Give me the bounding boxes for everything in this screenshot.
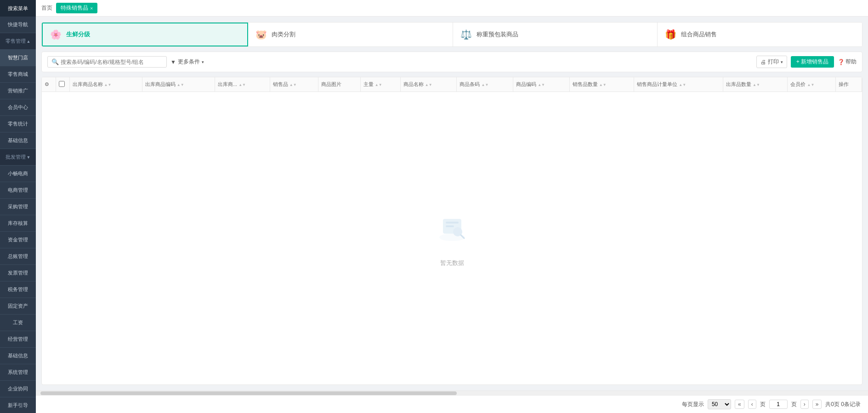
sidebar-item-inventory-check[interactable]: 库存核算 xyxy=(0,215,36,232)
sidebar-item-retail-mgmt[interactable]: 零售管理 ▲ xyxy=(0,33,36,50)
col-goods-img: 商品图片 xyxy=(318,77,360,92)
topbar-active-tab[interactable]: 特殊销售品 × xyxy=(56,3,97,13)
chevron-down-icon: ▾ xyxy=(202,60,204,64)
sort-icon[interactable]: ▲▼ xyxy=(538,83,545,87)
sidebar-item-quick-nav[interactable]: 快捷导航 xyxy=(0,17,36,33)
sidebar-item-ecommerce-mgmt[interactable]: 电商管理 xyxy=(0,182,36,199)
sort-icon[interactable]: ▲▼ xyxy=(177,83,184,87)
tab-meat-division[interactable]: 🐷 肉类分割 xyxy=(248,23,453,46)
col-sale-qty: 销售品数量 ▲▼ xyxy=(569,77,634,92)
col-check[interactable] xyxy=(56,77,69,92)
sidebar-item-sales-promo[interactable]: 营销推广 xyxy=(0,83,36,99)
per-page-label: 每页显示 xyxy=(682,401,704,408)
content-area: 🌸 生鲜分级 🐷 肉类分割 ⚖️ 称重预包装商品 🎁 组合商品销售 🔍 xyxy=(36,17,868,390)
col-goods-code: 商品编码 ▲▼ xyxy=(513,77,570,92)
sort-icon[interactable]: ▲▼ xyxy=(104,83,112,87)
toolbar-right: 🖨 打印 ▾ + 新增销售品 ❓ 帮助 xyxy=(756,56,857,68)
sort-icon[interactable]: ▲▼ xyxy=(482,83,489,87)
next-page-button[interactable]: › xyxy=(800,400,809,409)
total-label: 共0页 0条记录 xyxy=(825,401,861,408)
sort-icon[interactable]: ▲▼ xyxy=(375,83,382,87)
tab-weighed-package[interactable]: ⚖️ 称重预包装商品 xyxy=(453,23,658,46)
sidebar: 搜索菜单 快捷导航 零售管理 ▲ 智慧门店 零售商城 营销推广 会员中心 零售统… xyxy=(0,0,36,413)
col-sale-goods: 销售品 ▲▼ xyxy=(270,77,318,92)
weighed-package-icon: ⚖️ xyxy=(460,29,472,40)
sidebar-item-basic-info[interactable]: 基础信息 xyxy=(0,132,36,149)
new-sale-item-button[interactable]: + 新增销售品 xyxy=(791,56,834,68)
page-input[interactable] xyxy=(769,400,788,409)
first-page-button[interactable]: « xyxy=(735,400,744,409)
sidebar-item-retail-mall[interactable]: 零售商城 xyxy=(0,66,36,83)
sidebar-item-basic-info2[interactable]: 基础信息 xyxy=(0,348,36,364)
sort-icon[interactable]: ▲▼ xyxy=(679,83,686,87)
sidebar-item-ledger-mgmt[interactable]: 总账管理 xyxy=(0,248,36,265)
fresh-grade-icon: 🌸 xyxy=(50,29,62,40)
sidebar-item-smart-store[interactable]: 智慧门店 xyxy=(0,50,36,66)
new-label: + 新增销售品 xyxy=(796,58,828,66)
pagination-bar: 每页显示 50 10 20 100 « ‹ 页 页 › » 共0页 0条记录 xyxy=(36,395,868,413)
col-member-price: 会员价 ▲▼ xyxy=(788,77,836,92)
sidebar-item-member-center[interactable]: 会员中心 xyxy=(0,99,36,116)
col-gear[interactable]: ⚙ xyxy=(42,77,56,92)
per-page-select[interactable]: 50 10 20 100 xyxy=(708,399,731,409)
tab-combo-sales[interactable]: 🎁 组合商品销售 xyxy=(658,23,862,46)
search-icon: 🔍 xyxy=(51,58,59,65)
svg-rect-2 xyxy=(446,222,459,224)
select-all-checkbox[interactable] xyxy=(59,81,65,87)
chevron-down-icon: ▾ xyxy=(781,60,783,64)
sidebar-item-newbie-guide[interactable]: 新手引导 xyxy=(0,397,36,413)
sidebar-item-fixed-assets[interactable]: 固定资产 xyxy=(0,298,36,315)
empty-text: 暂无数据 xyxy=(440,259,464,267)
help-button[interactable]: ❓ 帮助 xyxy=(838,58,857,66)
col-out-goods-spec: 出库商... ▲▼ xyxy=(215,77,270,92)
filter-button[interactable]: ▼ 更多条件 ▾ xyxy=(170,58,204,66)
topbar-home[interactable]: 首页 xyxy=(41,4,52,12)
tab-meat-division-label: 肉类分割 xyxy=(272,30,295,39)
page-label-suffix: 页 xyxy=(791,401,797,408)
sidebar-item-purchase-mgmt[interactable]: 采购管理 xyxy=(0,199,36,215)
prev-page-button[interactable]: ‹ xyxy=(748,400,756,409)
sort-icon[interactable]: ▲▼ xyxy=(425,83,432,87)
empty-state: 暂无数据 xyxy=(42,92,862,384)
sidebar-item-invoice-mgmt[interactable]: 发票管理 xyxy=(0,265,36,281)
sidebar-item-wages[interactable]: 工资 xyxy=(0,315,36,331)
sort-icon[interactable]: ▲▼ xyxy=(289,83,297,87)
sidebar-item-retail-stats[interactable]: 零售统计 xyxy=(0,116,36,132)
toolbar-left: 🔍 ▼ 更多条件 ▾ xyxy=(47,56,204,68)
empty-icon xyxy=(434,210,471,253)
chevron-down-icon: ▼ xyxy=(27,155,31,160)
sidebar-item-wholesale-mgmt[interactable]: 批发管理 ▼ xyxy=(0,149,36,166)
sidebar-item-system-mgmt[interactable]: 系统管理 xyxy=(0,364,36,381)
sort-icon[interactable]: ▲▼ xyxy=(238,83,246,87)
sidebar-logo[interactable]: 搜索菜单 xyxy=(0,0,36,17)
sort-icon[interactable]: ▲▼ xyxy=(807,83,815,87)
horizontal-scrollbar[interactable] xyxy=(36,390,868,395)
sidebar-item-enterprise-coop[interactable]: 企业协同 xyxy=(0,381,36,397)
col-out-goods-code: 出库商品编码 ▲▼ xyxy=(142,77,215,92)
tab-fresh-grade[interactable]: 🌸 生鲜分级 xyxy=(42,23,248,46)
sidebar-item-mini-ecommerce[interactable]: 小畅电商 xyxy=(0,166,36,182)
sort-icon[interactable]: ▲▼ xyxy=(753,83,760,87)
topbar: 首页 特殊销售品 × xyxy=(36,0,868,17)
toolbar: 🔍 ▼ 更多条件 ▾ 🖨 打印 ▾ + 新增销售品 xyxy=(41,52,862,72)
filter-label: 更多条件 xyxy=(178,58,200,66)
sidebar-item-ops-mgmt[interactable]: 经营管理 xyxy=(0,331,36,348)
sidebar-item-tax-mgmt[interactable]: 税务管理 xyxy=(0,281,36,298)
search-input[interactable] xyxy=(61,59,162,65)
tab-combo-sales-label: 组合商品销售 xyxy=(681,30,717,39)
topbar-tab-label: 特殊销售品 xyxy=(61,4,88,12)
col-goods-barcode: 商品条码 ▲▼ xyxy=(457,77,513,92)
print-button[interactable]: 🖨 打印 ▾ xyxy=(756,56,787,68)
last-page-button[interactable]: » xyxy=(812,400,822,409)
search-box[interactable]: 🔍 xyxy=(47,56,167,68)
scrollbar-thumb[interactable] xyxy=(40,391,457,395)
tab-fresh-grade-label: 生鲜分级 xyxy=(66,30,90,39)
filter-icon: ▼ xyxy=(170,59,176,65)
col-goods-name: 商品名称 ▲▼ xyxy=(400,77,457,92)
sidebar-item-finance-mgmt[interactable]: 资金管理 xyxy=(0,232,36,248)
close-icon[interactable]: × xyxy=(90,6,93,11)
help-icon: ❓ xyxy=(838,59,845,65)
sort-icon[interactable]: ▲▼ xyxy=(599,83,607,87)
svg-rect-3 xyxy=(446,225,454,227)
data-table-wrap: ⚙ 出库商品名称 ▲▼ 出库商品编码 ▲▼ 出库商... ▲▼ xyxy=(41,77,862,385)
